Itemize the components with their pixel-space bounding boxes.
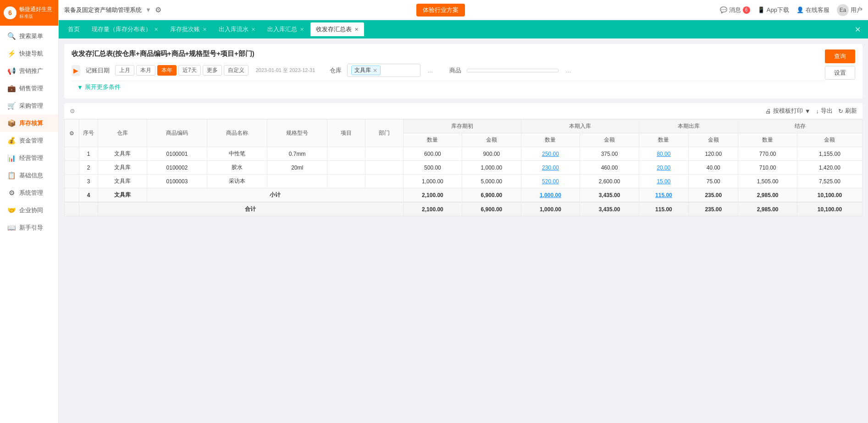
sidebar-label-system: 系统管理 — [19, 189, 43, 197]
col-name-header: 商品名称 — [207, 120, 267, 147]
warehouse-input[interactable]: 文具库 ✕ — [347, 64, 420, 77]
sidebar-icon-base-info: 📋 — [7, 171, 16, 180]
messages-action[interactable]: 💬 消息 6 — [720, 6, 750, 14]
product-input[interactable] — [467, 69, 558, 72]
window-close-icon[interactable]: ✕ — [851, 25, 864, 34]
sidebar-item-finance[interactable]: 💰 资金管理 — [0, 132, 58, 149]
print-btn[interactable]: 🖨 按模板打印 ▼ — [765, 107, 811, 115]
sidebar-icon-system: ⚙ — [7, 189, 16, 197]
tab-close-receive-send[interactable]: ✕ — [354, 27, 359, 33]
date-btn-7days[interactable]: 近7天 — [178, 65, 201, 76]
user-action[interactable]: Ea 用户 — [837, 4, 862, 16]
filter-card: 收发存汇总表(按仓库+商品编码+商品+规格型号+项目+部门) ▶ 记账日期 上月… — [64, 44, 862, 99]
settings-button[interactable]: 设置 — [825, 66, 855, 80]
row-out-qty[interactable]: 15.00 — [639, 175, 688, 188]
header-right: 💬 消息 6 📱 App下载 👤 在线客服 Ea 用户 — [720, 4, 862, 16]
online-service-action[interactable]: 👤 在线客服 — [796, 6, 829, 14]
sidebar-item-inventory[interactable]: 📦 库存核算 — [0, 115, 58, 132]
sidebar-item-purchase[interactable]: 🛒 采购管理 — [0, 97, 58, 115]
col-spec-header: 规格型号 — [267, 120, 327, 147]
date-btn-this-month[interactable]: 本月 — [136, 65, 155, 76]
row-open-amt: 1,000.00 — [462, 161, 521, 175]
tab-close-inout-summary[interactable]: ✕ — [300, 27, 304, 33]
filter-toggle-btn[interactable]: ▶ — [72, 65, 80, 76]
tab-receive-send[interactable]: 收发存汇总表✕ — [310, 22, 364, 36]
product-dots[interactable]: ... — [564, 67, 573, 74]
top-header: 装备及固定资产辅助管理系统 ▼ ⚙ 体验行业方案 💬 消息 6 📱 App下载 … — [59, 0, 868, 20]
sidebar-icon-sales: 💼 — [7, 84, 16, 93]
settings-icon[interactable]: ⚙ — [155, 5, 161, 14]
row-in-qty[interactable]: 230.00 — [521, 161, 580, 175]
sidebar-item-search[interactable]: 🔍 搜索菜单 — [0, 27, 58, 45]
expand-conditions-btn[interactable]: ▼ 展开更多条件 — [72, 81, 825, 93]
tab-inout-flow[interactable]: 出入库流水✕ — [213, 22, 261, 36]
tab-batch[interactable]: 库存批次账✕ — [165, 22, 212, 36]
tab-inventory-dist[interactable]: 现存量（库存分布表）✕ — [86, 22, 164, 36]
col-project-header: 项目 — [327, 120, 365, 147]
sidebar-item-guide[interactable]: 📖 新手引导 — [0, 219, 58, 236]
gear-icon[interactable]: ⚙ — [70, 108, 75, 115]
row-num: 2 — [79, 161, 98, 175]
row-bal-amt: 1,420.00 — [797, 161, 862, 175]
try-button[interactable]: 体验行业方案 — [416, 4, 465, 16]
sidebar-item-marketing[interactable]: 📢 营销推广 — [0, 62, 58, 80]
sidebar-icon-purchase: 🛒 — [7, 102, 16, 110]
row-warehouse: 文具库 — [98, 147, 147, 161]
user-avatar: Ea — [837, 4, 849, 16]
footer-settings — [65, 202, 79, 216]
date-btn-custom[interactable]: 自定义 — [224, 65, 249, 76]
row-open-amt: 5,000.00 — [462, 175, 521, 188]
system-dropdown-icon[interactable]: ▼ — [145, 6, 151, 13]
sidebar-item-sales[interactable]: 💼 销售管理 — [0, 80, 58, 97]
refresh-btn[interactable]: ↻ 刷新 — [838, 107, 857, 115]
col-dept-header: 部门 — [365, 120, 403, 147]
tab-close-inventory-dist[interactable]: ✕ — [154, 27, 158, 33]
row-in-qty[interactable]: 250.00 — [521, 147, 580, 161]
subtotal-out-qty[interactable]: 115.00 — [639, 188, 688, 203]
date-btn-this-year[interactable]: 本年 — [157, 65, 177, 76]
col-out-qty: 数量 — [639, 133, 688, 147]
warehouse-dots[interactable]: ... — [426, 67, 435, 74]
filter-toggle-icon: ▶ — [73, 67, 78, 74]
subtotal-row: 4 文具库 小计 2,100.00 6,900.00 1,000.00 3,43… — [65, 188, 862, 203]
row-in-qty[interactable]: 520.00 — [521, 175, 580, 188]
col-in-group: 本期入库 — [521, 120, 639, 133]
query-button[interactable]: 查询 — [825, 49, 855, 63]
row-code: 0100003 — [147, 175, 207, 188]
date-label: 记账日期 — [86, 66, 110, 75]
service-icon: 👤 — [796, 6, 804, 13]
sidebar-item-system[interactable]: ⚙ 系统管理 — [0, 184, 58, 202]
sidebar-item-cooperation[interactable]: 🤝 企业协同 — [0, 202, 58, 219]
date-btn-more[interactable]: 更多 — [203, 65, 222, 76]
subtotal-open-amt: 6,900.00 — [462, 188, 521, 203]
tab-home[interactable]: 首页 — [62, 22, 85, 36]
row-out-qty[interactable]: 80.00 — [639, 147, 688, 161]
date-btn-last-month[interactable]: 上月 — [115, 65, 134, 76]
tab-close-inout-flow[interactable]: ✕ — [251, 27, 255, 33]
row-project — [327, 161, 365, 175]
tab-label-home: 首页 — [68, 25, 80, 33]
sidebar-item-operations[interactable]: 📊 经营管理 — [0, 149, 58, 167]
subtotal-bal-qty: 2,985.00 — [738, 188, 797, 203]
filter-row-1: ▶ 记账日期 上月 本月 本年 近7天 更多 自定义 2023-01-01 至 … — [72, 64, 825, 77]
sidebar-icon-quick-nav: ⚡ — [7, 49, 16, 58]
col-balance-group: 结存 — [738, 120, 862, 133]
export-btn[interactable]: ↓ 导出 — [816, 107, 833, 115]
row-spec — [267, 175, 327, 188]
row-settings — [65, 175, 79, 188]
data-table: ⚙ 序号 仓库 商品编码 商品名称 规格型号 项目 部门 库存期初 本期入库 本… — [64, 119, 862, 216]
subtotal-in-qty[interactable]: 1,000.00 — [521, 188, 580, 203]
system-title: 装备及固定资产辅助管理系统 — [64, 6, 142, 14]
sidebar-item-base-info[interactable]: 📋 基础信息 — [0, 167, 58, 184]
row-settings — [65, 161, 79, 175]
sidebar-item-quick-nav[interactable]: ⚡ 快捷导航 — [0, 45, 58, 62]
sidebar-label-marketing: 营销推广 — [19, 67, 43, 75]
row-out-qty[interactable]: 20.00 — [639, 161, 688, 175]
tab-inout-summary[interactable]: 出入库汇总✕ — [262, 22, 310, 36]
app-download-action[interactable]: 📱 App下载 — [757, 6, 789, 14]
warehouse-tag-close[interactable]: ✕ — [373, 67, 377, 74]
print-chevron-icon: ▼ — [805, 108, 811, 115]
footer-row: 合计 2,100.00 6,900.00 1,000.00 3,435.00 1… — [65, 202, 862, 216]
tab-label-inout-summary: 出入库汇总 — [267, 25, 297, 33]
tab-close-batch[interactable]: ✕ — [203, 27, 207, 33]
